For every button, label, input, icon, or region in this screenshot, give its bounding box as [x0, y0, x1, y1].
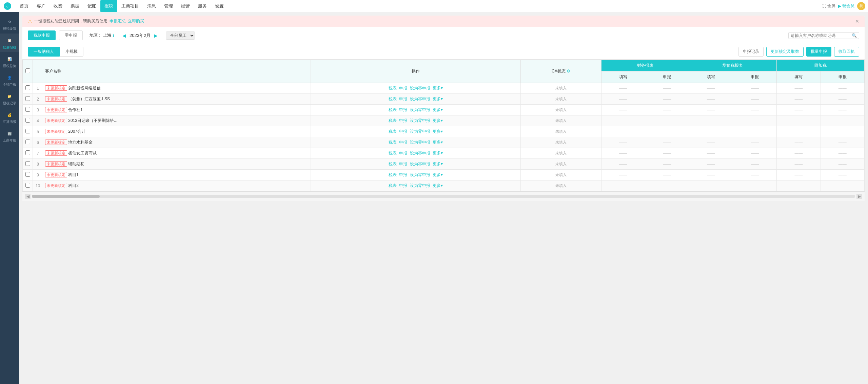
status-badge-7: 未更新核定: [45, 161, 67, 167]
op-more-2[interactable]: 更多▾: [432, 107, 443, 112]
next-month-button[interactable]: ▶: [153, 33, 159, 38]
tab-small-scale[interactable]: 小规模: [60, 47, 83, 57]
op-zero-4[interactable]: 设为零申报: [409, 129, 431, 134]
sidebar-item-annual-report[interactable]: 🏢 工商年报: [0, 127, 19, 145]
staff-select[interactable]: 全部员工: [166, 31, 195, 40]
declaration-record-button[interactable]: 申报记录: [738, 47, 764, 57]
nav-billing[interactable]: 收费: [50, 0, 66, 12]
sidebar-item-tax-settings[interactable]: ⚙ 报税设置: [0, 15, 19, 34]
trial-link-summary[interactable]: 申报汇总: [110, 18, 126, 24]
prev-month-button[interactable]: ◀: [121, 33, 127, 38]
row-check-8[interactable]: [25, 172, 30, 177]
op-tax-form-4[interactable]: 税表: [388, 129, 397, 134]
nav-manage[interactable]: 管理: [160, 0, 177, 12]
row-check-6[interactable]: [25, 150, 30, 155]
nav-tax[interactable]: 报税: [100, 0, 117, 12]
scroll-left-button[interactable]: ◀: [25, 194, 31, 199]
op-zero-7[interactable]: 设为零申报: [409, 162, 431, 166]
search-input[interactable]: [791, 33, 852, 38]
op-more-6[interactable]: 更多▾: [432, 151, 443, 155]
avatar[interactable]: 我: [857, 2, 865, 10]
tab-general-taxpayer[interactable]: 一般纳税人: [28, 47, 60, 57]
op-more-9[interactable]: 更多▾: [432, 183, 443, 188]
row-ops-3: 税表 申报 设为零申报 更多▾: [311, 115, 521, 126]
scroll-right-button[interactable]: ▶: [856, 194, 862, 199]
op-declare-5[interactable]: 申报: [398, 140, 408, 145]
op-tax-form-5[interactable]: 税表: [388, 140, 397, 145]
op-tax-form-1[interactable]: 税表: [388, 97, 397, 101]
sidebar-item-personal-tax[interactable]: 👤 个税申报: [0, 71, 19, 89]
update-quota-button[interactable]: 更新核定及取数: [766, 47, 804, 57]
fullscreen-button[interactable]: ⛶ 全屏: [822, 3, 835, 9]
op-more-3[interactable]: 更多▾: [432, 118, 443, 123]
nav-message[interactable]: 消息: [143, 0, 160, 12]
scroll-thumb[interactable]: [32, 195, 100, 198]
op-declare-4[interactable]: 申报: [398, 129, 408, 134]
row-check-2[interactable]: [25, 107, 30, 112]
op-declare-2[interactable]: 申报: [398, 107, 408, 112]
op-zero-2[interactable]: 设为零申报: [409, 107, 431, 112]
nav-bookkeeping[interactable]: 记账: [83, 0, 100, 12]
op-declare-6[interactable]: 申报: [398, 151, 408, 155]
op-declare-7[interactable]: 申报: [398, 162, 408, 166]
op-tax-form-8[interactable]: 税表: [388, 172, 397, 177]
row-check-0[interactable]: [25, 85, 30, 90]
sidebar-item-tax-overview[interactable]: 📊 报税总览: [0, 52, 19, 71]
op-zero-3[interactable]: 设为零申报: [409, 118, 431, 123]
op-tax-form-2[interactable]: 税表: [388, 107, 397, 112]
op-tax-form-3[interactable]: 税表: [388, 118, 397, 123]
op-tax-form-7[interactable]: 税表: [388, 162, 397, 166]
trial-banner-close[interactable]: ✕: [855, 19, 859, 24]
row-ops-7: 税表 申报 设为零申报 更多▾: [311, 159, 521, 170]
op-more-0[interactable]: 更多▾: [432, 86, 443, 90]
op-declare-1[interactable]: 申报: [398, 97, 408, 101]
warning-icon: ⚠: [28, 19, 32, 24]
op-more-5[interactable]: 更多▾: [432, 140, 443, 145]
row-check-5[interactable]: [25, 140, 30, 144]
nav-home[interactable]: 首页: [16, 0, 33, 12]
trial-link-buy[interactable]: 立即购买: [128, 18, 144, 24]
row-check-1[interactable]: [25, 96, 30, 101]
row-check-7[interactable]: [25, 161, 30, 166]
op-more-1[interactable]: 更多▾: [432, 97, 443, 101]
op-zero-1[interactable]: 设为零申报: [409, 97, 431, 101]
collect-receipt-button[interactable]: 收取回执: [834, 47, 859, 57]
sidebar-item-tax-records[interactable]: 📁 报税记录: [0, 89, 19, 108]
op-declare-0[interactable]: 申报: [398, 86, 408, 90]
row-check-4[interactable]: [25, 129, 30, 133]
op-zero-6[interactable]: 设为零申报: [409, 151, 431, 155]
op-more-4[interactable]: 更多▾: [432, 129, 443, 134]
nav-business[interactable]: 工商项目: [117, 0, 143, 12]
nav-client[interactable]: 客户: [33, 0, 50, 12]
op-zero-9[interactable]: 设为零申报: [409, 183, 431, 188]
nav-service[interactable]: 服务: [194, 0, 211, 12]
sidebar-item-batch-tax[interactable]: 📋 批量报税: [0, 34, 19, 52]
row-fin-fill-7: ——: [601, 159, 645, 170]
nav-operation[interactable]: 经营: [177, 0, 194, 12]
batch-declare-button[interactable]: 批量申报: [806, 47, 831, 57]
op-declare-9[interactable]: 申报: [398, 183, 408, 188]
op-zero-8[interactable]: 设为零申报: [409, 172, 431, 177]
op-declare-8[interactable]: 申报: [398, 172, 408, 177]
op-tax-form-9[interactable]: 税表: [388, 183, 397, 188]
sidebar-item-settlement[interactable]: 💰 汇算清缴: [0, 108, 19, 127]
search-icon[interactable]: 🔍: [852, 33, 857, 38]
op-tax-form-6[interactable]: 税表: [388, 151, 397, 155]
row-tax-report-1: ——: [733, 94, 776, 105]
nav-settings[interactable]: 设置: [211, 0, 228, 12]
scroll-track[interactable]: [32, 195, 855, 198]
row-check-9[interactable]: [25, 183, 30, 188]
nav-invoice[interactable]: 票据: [66, 0, 83, 12]
select-all-checkbox[interactable]: [25, 68, 30, 73]
op-tax-form-0[interactable]: 税表: [388, 86, 397, 90]
tab-tax-declaration[interactable]: 税款申报: [28, 30, 56, 40]
op-more-7[interactable]: 更多▾: [432, 162, 443, 166]
op-zero-5[interactable]: 设为零申报: [409, 140, 431, 145]
row-check-3[interactable]: [25, 118, 30, 123]
tab-zero-declaration[interactable]: 零申报: [59, 30, 83, 40]
region-info-icon[interactable]: ℹ: [113, 33, 114, 38]
member-button[interactable]: ▶ 畅会员: [838, 3, 854, 9]
op-declare-3[interactable]: 申报: [398, 118, 408, 123]
op-more-8[interactable]: 更多▾: [432, 172, 443, 177]
op-zero-0[interactable]: 设为零申报: [409, 86, 431, 90]
